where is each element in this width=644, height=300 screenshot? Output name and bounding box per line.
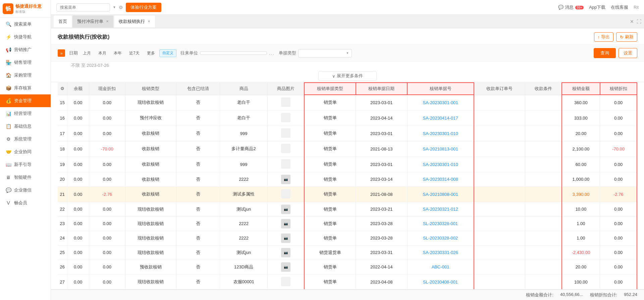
cell-bill-no: SA-20230314-008 — [407, 172, 474, 186]
bill-no-link[interactable]: SL-20230408-001 — [423, 280, 458, 285]
sidebar-item-system[interactable]: ⚙系统管理 — [0, 133, 51, 145]
page-actions: ↑ 导出 ↻ 刷新 — [594, 32, 638, 42]
query-button[interactable]: 查询 — [594, 48, 616, 58]
sidebar-item-operations[interactable]: 📊经营管理 — [0, 107, 51, 120]
sidebar-label-marketing: 营销推广 — [14, 47, 32, 53]
expand-conditions-button[interactable]: ∨ 展开更多条件 — [318, 71, 377, 81]
refresh-button[interactable]: ↻ 刷新 — [616, 32, 637, 42]
cell-included: 否 — [176, 274, 220, 289]
cell-cash-discount: 0.00 — [89, 95, 125, 110]
cell-verify-type: 预付冲应收 — [125, 110, 176, 126]
bill-no-link[interactable]: SA-20230414-017 — [423, 116, 458, 121]
tab-prepay[interactable]: 预付冲应付单✕ — [72, 15, 113, 28]
cell-verify-type: 预收款核销 — [125, 260, 176, 274]
maximize-icon[interactable]: ⛶ — [637, 19, 641, 24]
table-row: 25 0.00 0.00 现结收款核销 否 测试jun 📷 销货退货单 2023… — [58, 245, 637, 260]
th-bill-date: 核销单据日期 — [356, 83, 408, 95]
sidebar-item-wechat[interactable]: 💬企业微信 — [0, 184, 51, 197]
cell-amount: 20.00 — [562, 126, 600, 141]
sidebar-item-finance[interactable]: 💰资金管理 — [0, 94, 51, 107]
bill-no-link[interactable]: SA-20210813-001 — [423, 146, 458, 152]
cell-amount: 2,100.00 — [562, 141, 600, 157]
search-input[interactable] — [56, 3, 110, 11]
setting-button[interactable]: 设置 — [619, 48, 637, 58]
tab-receipt[interactable]: 收款核销执行✕ — [114, 15, 155, 28]
cell-included: 否 — [176, 186, 220, 202]
page: 收款核销执行(按收款) ↑ 导出 ↻ 刷新 » 日期 上月 — [51, 28, 644, 300]
sidebar-item-nav[interactable]: ⚡快捷导航 — [0, 31, 51, 43]
app-download-link[interactable]: App下载 — [589, 4, 605, 10]
bill-no-link[interactable]: SL-20230328-001 — [423, 221, 458, 226]
more-date-btn[interactable]: 更多 — [144, 49, 158, 57]
expand-chevron-icon: ∨ — [332, 74, 335, 79]
table-row: 27 0.00 0.00 现结收款核销 否 农服00001 销货单 2023-0… — [58, 274, 637, 289]
tab-close-receipt[interactable]: ✕ — [148, 19, 150, 23]
bill-type-select[interactable] — [298, 49, 352, 57]
bill-no-link[interactable]: SA-20210808-001 — [423, 192, 458, 197]
marketing-icon: 📢 — [5, 47, 11, 53]
cell-no: 21 — [58, 186, 67, 202]
th-bill-no: 核销单据号 — [407, 83, 474, 95]
tabbar-right: ✕ ⛶ — [630, 19, 641, 24]
th-gear[interactable]: ⚙ — [58, 83, 67, 95]
cell-included: 否 — [176, 126, 220, 141]
sidebar-item-member[interactable]: V畅会员 — [0, 197, 51, 209]
user-name: Rit — [634, 5, 639, 10]
sidebar-item-sales[interactable]: 🏪销售管理 — [0, 56, 51, 69]
cell-bill-type: 销货单 — [304, 186, 356, 202]
bill-no-link[interactable]: SA-20230301-001 — [423, 100, 458, 105]
footer-amount-label: 核销金额合计: — [526, 292, 553, 298]
export-button[interactable]: ↑ 导出 — [594, 32, 614, 42]
sidebar-label-sales: 销售管理 — [14, 59, 32, 66]
operations-icon: 📊 — [5, 111, 11, 117]
cell-order-no — [474, 202, 525, 216]
bill-no-link[interactable]: SA-20230331-026 — [423, 250, 458, 255]
this-year-btn[interactable]: 本年 — [111, 49, 125, 57]
sidebar-item-enterprise[interactable]: 🤝企业协同 — [0, 145, 51, 158]
tab-close-prepay[interactable]: ✕ — [106, 19, 109, 23]
date-range-text: 不限 至 2023-07-26 — [71, 63, 109, 68]
basic-icon: 📋 — [5, 123, 11, 129]
cell-discount: 0.00 — [600, 274, 637, 289]
cell-goods-img: 📷 — [268, 202, 304, 216]
cell-no: 23 — [58, 216, 67, 231]
sidebar-item-basic[interactable]: 📋基础信息 — [0, 120, 51, 133]
this-month-btn[interactable]: 本月 — [95, 49, 109, 57]
cell-bill-no: SA-20210813-001 — [407, 141, 474, 157]
last-month-btn[interactable]: 上月 — [80, 49, 94, 57]
bill-no-link[interactable]: SA-20230301-010 — [423, 162, 458, 167]
bill-no-link[interactable]: ABC-001 — [432, 264, 449, 269]
settings-icon[interactable]: ⚙ — [119, 5, 123, 10]
online-service-link[interactable]: 在线客服 — [611, 4, 628, 10]
cell-bill-date: 2023-03-21 — [356, 202, 408, 216]
bill-no-link[interactable]: SA-20230321-012 — [423, 207, 458, 212]
bill-no-link[interactable]: SL-20230328-002 — [423, 235, 458, 241]
filter-expand-icon[interactable]: » — [58, 49, 65, 57]
sidebar-item-guide[interactable]: 📖新手引导 — [0, 158, 51, 171]
tabbar: 首页预付冲应付单✕收款核销执行✕ ✕ ⛶ — [51, 15, 644, 28]
cell-included: 否 — [176, 110, 220, 126]
cell-included: 否 — [176, 245, 220, 260]
bill-no-link[interactable]: SA-20230301-010 — [423, 131, 458, 136]
date-label: 日期 — [69, 50, 78, 56]
sidebar-item-inventory[interactable]: 📦库存核算 — [0, 82, 51, 94]
sidebar-item-search[interactable]: 🔍搜索菜单 — [0, 18, 51, 31]
last-7days-btn[interactable]: 近7天 — [126, 49, 143, 57]
expand-conditions-bar: ∨ 展开更多条件 — [51, 70, 644, 82]
close-window-icon[interactable]: ✕ — [630, 19, 634, 24]
cell-verify-type: 收款核销 — [125, 126, 176, 141]
industry-solution-button[interactable]: 体验行业方案 — [126, 3, 161, 12]
partner-dots[interactable]: ... — [269, 51, 275, 56]
sidebar-item-purchase[interactable]: 🏠采购管理 — [0, 69, 51, 82]
sidebar-label-system: 系统管理 — [14, 136, 32, 142]
cell-order-no — [474, 95, 525, 110]
cell-goods: 999 — [220, 157, 268, 172]
message-icon[interactable]: 💬 消息 99+ — [558, 4, 584, 10]
tab-home[interactable]: 首页 — [54, 15, 72, 28]
sidebar-item-marketing[interactable]: 📢营销推广 — [0, 43, 51, 56]
partner-input[interactable] — [200, 51, 267, 55]
bill-no-link[interactable]: SA-20230314-008 — [423, 177, 458, 182]
custom-date-btn[interactable]: 自定义 — [159, 49, 176, 57]
sidebar-item-hardware[interactable]: 🖥智能硬件 — [0, 171, 51, 184]
finance-icon: 💰 — [5, 98, 11, 104]
